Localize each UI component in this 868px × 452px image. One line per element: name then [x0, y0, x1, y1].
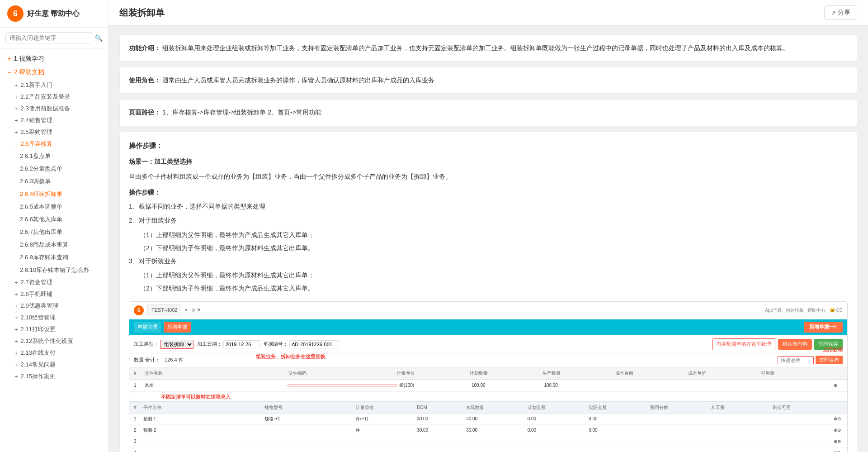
sidebar-item-2-11[interactable]: + 2.11打印设置: [0, 324, 108, 335]
mock-teal-toolbar: 单据管理 新增单据 新增单据一F: [129, 319, 847, 335]
share-button[interactable]: ↗ 分享: [824, 5, 857, 20]
sidebar-item-2-9[interactable]: + 2.9优惠券管理: [0, 300, 108, 312]
mock-search-field: 立即发布 启用处理: [778, 356, 843, 364]
t2-col-actual-amt: 实际金额: [589, 404, 648, 412]
expand-icon-2-1: +: [14, 82, 18, 89]
sidebar-item-2-7[interactable]: + 2.7资金管理: [0, 276, 108, 288]
sidebar-item-2-6-6[interactable]: 2.6.6其他入库单: [0, 213, 108, 226]
col-cost-amt: 成本金额: [615, 369, 686, 377]
callout-4-text: 不固定清单可以随时在这里录入: [161, 393, 843, 402]
mock-quick-btn[interactable]: 立即发布: [816, 356, 843, 364]
sidebar-item-2-6[interactable]: − 2.6库存核算: [0, 138, 108, 150]
mock-type-select[interactable]: 组装拆卸: [160, 340, 193, 349]
t2-col-name: 子件名称: [143, 404, 263, 412]
sidebar-item-2-3[interactable]: + 2.3使用前数据准备: [0, 103, 108, 114]
row1-plan-qty: 100.00: [472, 381, 542, 390]
step-2: 2、对于组装业务: [129, 215, 848, 226]
sidebar-item-2-6-3[interactable]: 2.6.3调拨单: [0, 175, 108, 188]
scene-desc: 当由多个子件材料组装成一个成品的业务为【组装】业务，当由一个父件拆分成多个子产品…: [129, 171, 848, 182]
step-3: 3、对于拆装业务: [129, 256, 848, 267]
mock-qty-label: 数量 合计：: [134, 356, 160, 365]
mock-table2-row-1: 1 预测 1 规格-+1 件(+1) 30.00 30.00 0.00 0.00…: [129, 414, 847, 425]
sidebar-item-2-4[interactable]: + 2.4销售管理: [0, 114, 108, 126]
mock-table1-row-1: 1 米米 袋(100) 100.00 100.00 ⊕: [129, 380, 847, 392]
expand-icon-2-11: +: [14, 326, 18, 333]
mock-btn-new-doc[interactable]: 新增单据一F: [804, 322, 843, 333]
step-3-1: （1）上部明细为父件明细，最终作为原材料生成其它出库单；: [140, 270, 848, 281]
callout-1-text: 有装配清单的在这里处理: [712, 338, 775, 350]
expand-icon-2-3: +: [14, 105, 18, 112]
sidebar-item-2-6-2[interactable]: 2.6.2分量盘点单: [0, 162, 108, 175]
screenshot-container: 6 TEST-H002 ▾ ⚙ ⚑ App下载 初始模板 帮助中心 🐱 CC 单…: [129, 301, 848, 452]
sidebar-item-2-6-7[interactable]: 2.6.7其他出库单: [0, 226, 108, 238]
expand-icon: +: [7, 55, 11, 62]
mock-table2-row-4: 4 ⊕⊖: [129, 447, 847, 452]
mock-no-label: 单据编号：: [263, 340, 288, 349]
steps-title: 操作步骤：: [129, 139, 848, 152]
sidebar-item-2-15[interactable]: + 2.15操作案例: [0, 371, 108, 382]
expand-icon-2-4: +: [14, 117, 18, 124]
sidebar-item-2-6-10[interactable]: 2.6.10库存账本错了怎么办: [0, 264, 108, 276]
row1-code-input: [288, 385, 397, 386]
mock-no-input[interactable]: [289, 340, 339, 348]
step-1: 1、根据不同的业务，选择不同单据的类型来处理: [129, 201, 848, 212]
callout4-row: 不固定清单可以随时在这里录入: [129, 392, 847, 402]
role-text: 通常由生产人员或库管人员完成拆装业务的操作，库管人员确认原材料的出库和产成品的入…: [162, 76, 434, 84]
mock-testid: TEST-H002: [147, 305, 181, 316]
expand-icon-2-13: +: [14, 350, 18, 357]
mock-icons: ⚙ ⚑: [191, 306, 201, 314]
mock-search-quick[interactable]: [778, 356, 814, 364]
expand-icon-2-2: +: [14, 94, 18, 100]
path-text: 1、库存核算->库存管理->组装拆卸单 2、首页->常用功能: [162, 109, 321, 116]
sidebar-item-2-5[interactable]: + 2.5采购管理: [0, 126, 108, 138]
t2-col-unit: 计量单位: [356, 404, 415, 412]
steps-sub-title: 操作步骤：: [129, 187, 848, 198]
sidebar-item-2-1[interactable]: + 2.1新手入门: [0, 79, 108, 91]
feature-intro-text: 组装拆卸单用来处理企业组装或拆卸等加工业务，支持有固定装配清单的产品加工业务，也…: [162, 44, 789, 52]
sidebar-item-video[interactable]: + 1.视频学习: [0, 52, 108, 66]
expand-icon-2-7: +: [14, 279, 18, 286]
mock-form-no: 单据编号：: [263, 340, 339, 349]
sidebar-item-2-6-5[interactable]: 2.6.5成本调整单: [0, 200, 108, 213]
mock-type-label: 加工类型：: [134, 340, 159, 349]
sidebar-item-2-13[interactable]: + 2.13在线支付: [0, 347, 108, 359]
mock-table2-section: # 子件名称 规格型号 计量单位 BOM 实际数量 计划金额 实际金额 费用分摊…: [129, 401, 847, 452]
row1-name: 米米: [145, 381, 286, 390]
sidebar-item-docs[interactable]: − 2.帮助文档: [0, 66, 108, 79]
sidebar-item-2-6-1[interactable]: 2.6.1盘点单: [0, 150, 108, 162]
mock-confirm-btn[interactable]: 确认所有料: [778, 339, 812, 350]
mock-tab-new: 新增单据: [164, 322, 191, 333]
sidebar-item-2-2[interactable]: + 2.2产品安装及登录: [0, 91, 108, 103]
search-icon[interactable]: 🔍: [95, 34, 103, 42]
sidebar-item-2-6-9[interactable]: 2.6.9库存账本查询: [0, 251, 108, 264]
sidebar-item-2-6-4[interactable]: 2.6.4组装拆卸单: [0, 188, 108, 200]
role-label: 使用角色：: [129, 76, 160, 84]
col-unit: 计量单位: [397, 369, 468, 377]
mock-form-type: 加工类型： 组装拆卸: [134, 340, 193, 349]
main-header: 组装拆卸单 ↗ 分享: [108, 0, 868, 26]
scene-title: 场景一：加工类型选择: [129, 158, 192, 165]
sidebar-item-2-10[interactable]: + 2.10经营管理: [0, 312, 108, 324]
mock-logo: 6: [134, 305, 144, 315]
path-label: 页面路径：: [129, 109, 160, 116]
step-2-2: （2）下部明细为子件明细，最终作为原材料生成其它出库单。: [140, 243, 848, 254]
t2-col-spec: 规格型号: [264, 404, 354, 412]
mock-date-label: 加工日期：: [197, 340, 222, 349]
mock-form-date: 加工日期：: [197, 340, 259, 349]
mock-table2-row-2: 2 预测 2 件 30.00 30.00 0.00 0.00 ⊕⊖: [129, 425, 847, 436]
sidebar-item-2-6-8[interactable]: 2.6.8商品成本重算: [0, 238, 108, 251]
mock-dropdown-arrow: ▾: [185, 306, 188, 315]
col-plan-qty: 计划数量: [470, 369, 541, 377]
sidebar-item-2-8[interactable]: + 2.8手机旺铺: [0, 288, 108, 300]
expand-icon-2-5: +: [14, 129, 18, 136]
feature-intro-label: 功能介绍：: [129, 44, 160, 52]
expand-icon-2-15: +: [14, 373, 18, 380]
sidebar-item-2-14[interactable]: + 2.14常见问题: [0, 359, 108, 371]
callout-2-text: 组装业务、拆卸业务在这里切换: [256, 352, 326, 362]
app-logo: 6: [7, 5, 24, 22]
sidebar-item-2-12[interactable]: + 2.12系统个性化设置: [0, 335, 108, 347]
screenshot-inner: 6 TEST-H002 ▾ ⚙ ⚑ App下载 初始模板 帮助中心 🐱 CC 单…: [129, 302, 847, 452]
mock-date-input[interactable]: [223, 340, 259, 348]
search-input[interactable]: [5, 32, 92, 43]
t2-col-bom: BOM: [417, 404, 465, 412]
